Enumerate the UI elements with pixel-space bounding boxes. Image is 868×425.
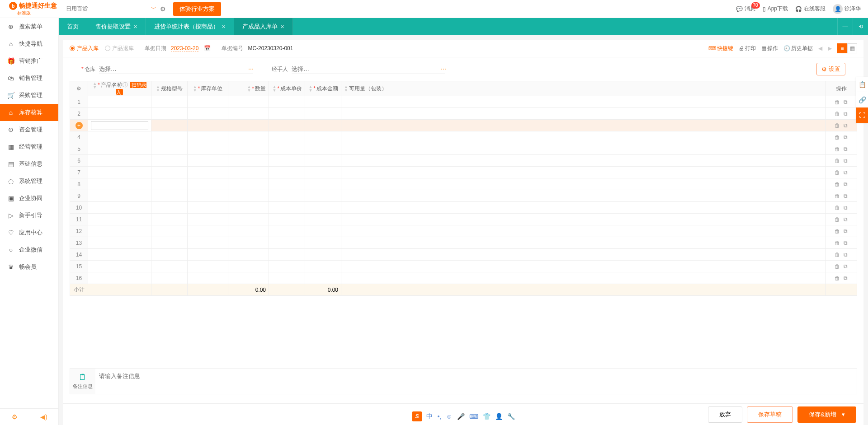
cell-qty[interactable] (228, 167, 269, 178)
copy-icon[interactable]: ⧉ (844, 228, 848, 234)
mini-clipboard-icon[interactable]: 📋 (856, 77, 868, 92)
tab-1[interactable]: 售价提取设置✕ (87, 18, 146, 35)
cell-price[interactable] (269, 237, 305, 249)
col-unit[interactable]: ▲▼*库存单位 (188, 81, 228, 96)
cell-amt[interactable] (305, 225, 341, 237)
sidebar-item-1[interactable]: ⌂快捷导航 (0, 35, 58, 52)
cell-qty[interactable] (228, 96, 269, 108)
cell-price[interactable] (269, 96, 305, 108)
add-row-icon[interactable]: + (75, 122, 83, 129)
cell-price[interactable] (269, 249, 305, 261)
delete-icon[interactable]: 🗑 (835, 240, 840, 246)
table-row[interactable]: 6🗑⧉ (70, 155, 857, 167)
history-link[interactable]: 🕘历史单据 (783, 45, 813, 52)
calendar-icon[interactable]: 📅 (204, 45, 211, 51)
cell-avail[interactable] (341, 131, 826, 143)
cell-price[interactable] (269, 108, 305, 120)
table-row[interactable]: 15🗑⧉ (70, 261, 857, 272)
sidebar-item-8[interactable]: ▤基础信息 (0, 155, 58, 173)
sidebar-item-9[interactable]: ◌系统管理 (0, 173, 58, 190)
cell-price[interactable] (269, 143, 305, 155)
sidebar-item-5[interactable]: ⌂库存核算 (0, 104, 58, 121)
cell-avail[interactable] (341, 190, 826, 202)
copy-icon[interactable]: ⧉ (844, 158, 848, 164)
hotkey-link[interactable]: ⌨快捷键 (708, 45, 733, 52)
operate-link[interactable]: ▦操作 (761, 45, 778, 52)
ime-tool-icon[interactable]: 🔧 (507, 413, 515, 420)
delete-icon[interactable]: 🗑 (835, 216, 840, 223)
cell-spec[interactable] (151, 190, 188, 202)
cell-price[interactable] (269, 120, 305, 131)
cell-product-name[interactable] (88, 178, 151, 190)
table-row[interactable]: 13🗑⧉ (70, 237, 857, 249)
table-row[interactable]: 5🗑⧉ (70, 143, 857, 155)
cell-spec[interactable] (151, 225, 188, 237)
col-avail[interactable]: ▲▼可用量（包装） (341, 81, 826, 96)
cell-unit[interactable] (188, 237, 228, 249)
cell-qty[interactable] (228, 225, 269, 237)
cell-product-name[interactable] (88, 249, 151, 261)
cell-qty[interactable] (228, 143, 269, 155)
delete-icon[interactable]: 🗑 (835, 169, 840, 176)
cell-avail[interactable] (341, 272, 826, 284)
copy-icon[interactable]: ⧉ (844, 205, 848, 211)
cell-amt[interactable] (305, 272, 341, 284)
warehouse-lookup-icon[interactable]: ⋯ (248, 66, 254, 72)
table-row[interactable]: 16🗑⧉ (70, 272, 857, 284)
cell-avail[interactable] (341, 120, 826, 131)
delete-icon[interactable]: 🗑 (835, 146, 840, 152)
sidebar-item-3[interactable]: 🛍销售管理 (0, 70, 58, 87)
col-qty[interactable]: ▲▼*数量 (228, 81, 269, 96)
delete-icon[interactable]: 🗑 (835, 158, 840, 164)
cell-unit[interactable] (188, 214, 228, 225)
cell-unit[interactable] (188, 155, 228, 167)
tab-2[interactable]: 进货单统计表（按商品）✕ (146, 18, 234, 35)
mini-link-icon[interactable]: 🔗 (856, 92, 868, 107)
cell-avail[interactable] (341, 249, 826, 261)
cell-product-name[interactable] (88, 190, 151, 202)
cell-spec[interactable] (151, 202, 188, 214)
copy-icon[interactable]: ⧉ (844, 99, 848, 105)
cell-spec[interactable] (151, 120, 188, 131)
copy-icon[interactable]: ⧉ (844, 111, 848, 117)
copy-icon[interactable]: ⧉ (844, 169, 848, 176)
cell-product-name[interactable] (88, 237, 151, 249)
cell-spec[interactable] (151, 167, 188, 178)
print-link[interactable]: 🖨打印 (739, 45, 756, 52)
sidebar-settings[interactable]: ⚙ (0, 409, 29, 425)
col-config[interactable]: ⚙ (70, 81, 88, 96)
experience-button[interactable]: 体验行业方案 (173, 2, 221, 16)
mini-expand-icon[interactable]: ⛶ (856, 107, 868, 123)
cell-qty[interactable] (228, 131, 269, 143)
sidebar-item-6[interactable]: ⊙资金管理 (0, 121, 58, 138)
cell-price[interactable] (269, 178, 305, 190)
doc-date-value[interactable]: 2023-03-20 (171, 45, 198, 52)
cell-amt[interactable] (305, 214, 341, 225)
delete-icon[interactable]: 🗑 (835, 99, 840, 105)
tab-0[interactable]: 首页 (59, 18, 87, 35)
cell-spec[interactable] (151, 143, 188, 155)
cell-product-name[interactable] (88, 261, 151, 272)
ime-punct-icon[interactable]: •, (437, 413, 441, 420)
copy-icon[interactable]: ⧉ (844, 122, 848, 129)
copy-icon[interactable]: ⧉ (844, 146, 848, 152)
cell-qty[interactable] (228, 237, 269, 249)
cell-spec[interactable] (151, 108, 188, 120)
delete-icon[interactable]: 🗑 (835, 111, 840, 117)
handler-input[interactable] (292, 64, 445, 74)
ime-mic-icon[interactable]: 🎤 (457, 413, 465, 420)
store-selector[interactable]: 日用百货 ﹀ (66, 5, 156, 13)
form-settings-button[interactable]: ⚙设置 (816, 63, 845, 75)
table-row[interactable]: 4🗑⧉ (70, 131, 857, 143)
cell-amt[interactable] (305, 155, 341, 167)
table-row[interactable]: 9🗑⧉ (70, 190, 857, 202)
table-row[interactable]: 14🗑⧉ (70, 249, 857, 261)
cell-avail[interactable] (341, 202, 826, 214)
cell-product-name[interactable] (88, 272, 151, 284)
cell-unit[interactable] (188, 120, 228, 131)
cell-qty[interactable] (228, 214, 269, 225)
col-product-name[interactable]: ▲▼*产品名称ⓘ扫码录入 (88, 81, 151, 96)
cell-amt[interactable] (305, 190, 341, 202)
cell-amt[interactable] (305, 249, 341, 261)
sidebar-item-12[interactable]: ♡应用中心 (0, 224, 58, 241)
